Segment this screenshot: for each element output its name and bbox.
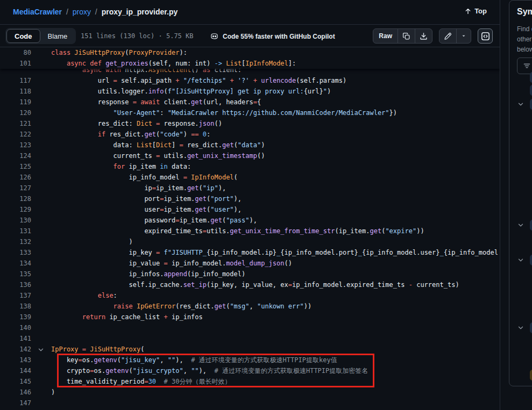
line-number[interactable]: 122 [0,129,31,140]
line-number[interactable]: 144 [0,365,31,376]
line-number[interactable]: 145 [0,376,31,387]
line-number[interactable]: 143 [0,355,31,365]
collapse-chevron-icon[interactable] [31,344,51,355]
code-square-icon [481,32,490,41]
line-number[interactable]: 123 [0,140,31,150]
copy-button[interactable] [398,29,415,43]
line-number[interactable]: 142 [0,344,31,355]
line-number[interactable]: 121 [0,118,31,129]
gutter [31,204,51,215]
chevron-down-icon[interactable] [517,100,524,108]
code-lines: async with httpx.AsyncClient() as client… [0,64,500,408]
line-number[interactable]: 136 [0,279,31,290]
code-line: 128 port=ip_item.get("port"), [0,193,500,204]
line-number[interactable]: 130 [0,215,31,226]
code-text: async def get_proxies(self, num: int) ->… [51,58,500,69]
breadcrumb-bar: MediaCrawler / proxy / proxy_ip_provider… [0,0,500,25]
tab-code[interactable]: Code [6,29,40,43]
raw-button[interactable]: Raw [373,29,398,43]
line-number[interactable]: 127 [0,183,31,193]
copilot-banner[interactable]: Code 55% faster with GitHub Copilot [210,32,335,41]
code-viewer: 80class JiSuHttpProxy(ProxyProvider):101… [0,47,500,410]
line-number[interactable]: 134 [0,258,31,269]
edit-dropdown-button[interactable] [456,29,471,43]
symbols-toggle-button[interactable] [478,28,493,44]
line-number[interactable]: 135 [0,269,31,279]
line-number[interactable]: 131 [0,226,31,236]
code-line: 146) [0,387,500,398]
line-number[interactable]: 80 [0,47,31,58]
code-text: ) [51,236,500,247]
symbol-item[interactable] [509,99,532,110]
back-to-top-link[interactable]: Top [464,7,487,15]
code-text: user=ip_item.get("user"), [51,204,500,215]
breadcrumb: MediaCrawler / proxy / proxy_ip_provider… [13,8,178,16]
line-number[interactable]: 133 [0,247,31,258]
line-number[interactable]: 137 [0,290,31,301]
symbol-pill[interactable] [530,255,532,265]
gutter [31,365,51,376]
symbol-item[interactable] [509,255,532,265]
symbol-pill[interactable] [530,99,532,110]
code-text: time_validity_period=30 # 30分钟（最长时效） [51,376,500,387]
symbols-description-line: below or in the code. [517,45,532,55]
chevron-down-icon[interactable] [517,256,524,264]
code-text [51,398,500,408]
gutter [31,193,51,204]
line-number[interactable]: 126 [0,172,31,183]
code-text: utils.logger.info(f"[JiSuHttpProxy] get … [51,86,500,97]
line-number[interactable]: 125 [0,161,31,172]
symbol-pill[interactable] [530,85,532,96]
symbol-item[interactable] [509,72,532,83]
line-number[interactable]: 124 [0,150,31,161]
line-number[interactable]: 120 [0,107,31,118]
edit-button[interactable] [439,29,456,43]
line-number[interactable]: 146 [0,387,31,398]
chevron-down-icon[interactable] [517,221,524,229]
symbol-item[interactable] [509,85,532,96]
line-number[interactable]: 140 [0,322,31,333]
line-number[interactable]: 139 [0,312,31,322]
symbols-panel-description: Find definitions and references for func… [517,24,532,55]
line-number[interactable]: 128 [0,193,31,204]
symbol-pill[interactable] [530,220,532,231]
line-number[interactable]: 118 [0,86,31,97]
line-number[interactable]: 119 [0,97,31,107]
symbols-description-line: Find definitions and references for func… [517,24,532,34]
download-button[interactable] [415,29,432,43]
sticky-context-lines: 80class JiSuHttpProxy(ProxyProvider):101… [0,47,500,69]
line-number[interactable]: 138 [0,301,31,312]
line-number[interactable]: 129 [0,204,31,215]
symbol-item[interactable] [509,220,532,231]
gutter [31,107,51,118]
tab-blame[interactable]: Blame [40,29,75,43]
line-number[interactable]: 141 [0,333,31,344]
code-line: 126 ip_info_model = IpInfoModel( [0,172,500,183]
chevron-down-icon[interactable] [517,324,524,332]
gutter [31,118,51,129]
symbol-pill[interactable] [530,72,532,83]
breadcrumb-repo-link[interactable]: MediaCrawler [13,8,62,16]
code-text: port=ip_item.get("port"), [51,193,500,204]
symbol-pill[interactable] [530,370,532,380]
symbol-pill[interactable] [530,322,532,333]
file-toolbar: Code Blame 151 lines (130 loc) · 5.75 KB… [0,25,500,47]
line-number[interactable]: 117 [0,75,31,86]
code-text: ip_value = ip_info_model.model_dump_json… [51,258,500,269]
gutter [31,236,51,247]
code-text: expired_time_ts=utils.get_unix_time_from… [51,226,500,236]
line-number[interactable]: 132 [0,236,31,247]
gutter [31,86,51,97]
line-number[interactable]: 147 [0,398,31,408]
gutter [31,183,51,193]
code-line: 117 url = self.api_path + "/fetchips" + … [0,75,500,86]
breadcrumb-folder-link[interactable]: proxy [73,8,91,16]
code-line: 143 key=os.getenv("jisu_key", ""), # 通过环… [0,355,500,365]
code-line: 133 ip_key = f"JISUHTTP_{ip_info_model.i… [0,247,500,258]
symbol-item[interactable] [509,370,532,380]
symbol-item[interactable] [509,322,532,333]
gutter [31,376,51,387]
line-number[interactable]: 101 [0,58,31,69]
code-text: raise IpGetError(res_dict.get("msg", "un… [51,301,500,312]
copilot-banner-text: Code 55% faster with GitHub Copilot [223,33,335,40]
